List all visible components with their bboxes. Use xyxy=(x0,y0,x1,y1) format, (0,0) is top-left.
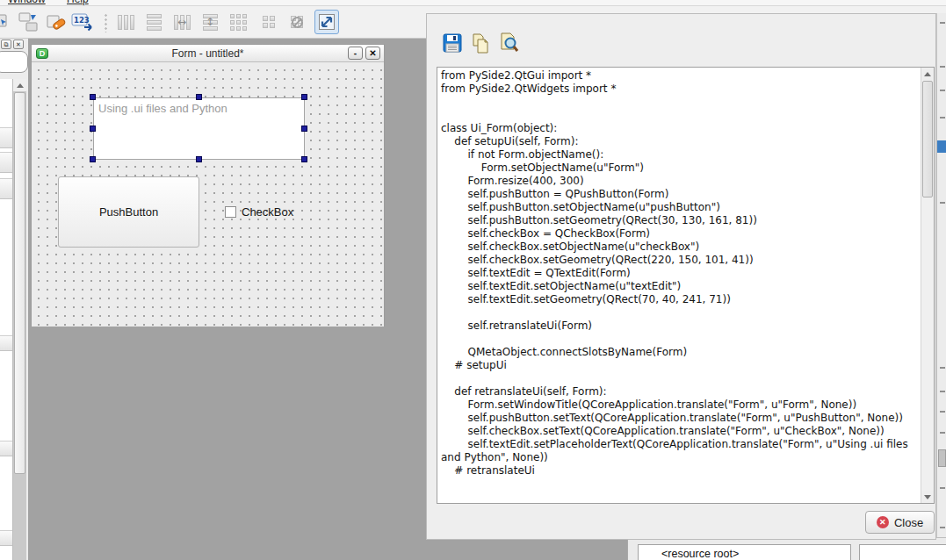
code-line: self.checkBox.setGeometry(QRect(220, 150… xyxy=(441,254,918,267)
selection-handle-se[interactable] xyxy=(301,156,307,162)
resource-tree[interactable]: <resource root> xyxy=(638,544,851,560)
edit-widgets-icon xyxy=(0,12,10,32)
edit-signals-slots-icon xyxy=(18,12,38,32)
widget-box-item[interactable] xyxy=(0,335,12,351)
selection-handle-e[interactable] xyxy=(301,126,307,132)
widget-box-item[interactable] xyxy=(0,441,12,456)
layout-form-icon xyxy=(263,16,275,28)
code-line: self.textEdit = QTextEdit(Form) xyxy=(441,267,918,280)
code-line: QMetaObject.connectSlotsByName(Form) xyxy=(441,346,918,359)
scrollbar-thumb[interactable] xyxy=(922,81,933,197)
right-panel-sliver xyxy=(936,13,946,537)
edit-buddies-button[interactable] xyxy=(44,10,69,34)
widget-box-item[interactable] xyxy=(0,530,12,546)
scroll-up-icon[interactable] xyxy=(13,79,26,91)
dock-close-button[interactable]: ✕ xyxy=(13,39,24,49)
minimize-button[interactable]: - xyxy=(348,47,363,60)
menu-help[interactable]: Help xyxy=(67,0,89,5)
find-button[interactable] xyxy=(498,33,521,56)
code-line: if not Form.objectName(): xyxy=(441,148,918,162)
code-line: self.checkBox.setObjectName(u"checkBox") xyxy=(441,241,918,254)
widget-box-item[interactable] xyxy=(0,127,12,148)
code-line: self.textEdit.setGeometry(QRect(70, 40, … xyxy=(441,293,918,306)
widget-box-search-input[interactable] xyxy=(0,51,28,73)
code-line xyxy=(441,333,918,346)
checkbox-widget[interactable]: CheckBox xyxy=(225,194,314,230)
break-layout-icon xyxy=(291,16,303,28)
code-view[interactable]: from PySide2.QtGui import *from PySide2.… xyxy=(437,67,935,504)
copy-button[interactable] xyxy=(470,33,493,56)
layout-grid-button[interactable] xyxy=(226,10,250,34)
selection-handle-n[interactable] xyxy=(196,94,202,100)
layout-grid-icon xyxy=(230,14,247,31)
layout-vertical-button[interactable] xyxy=(141,10,166,34)
form-window-titlebar[interactable]: D Form - untitled* - ✕ xyxy=(32,45,384,62)
layout-vertical-icon xyxy=(147,14,162,31)
textedit-placeholder: Using .ui files and Python xyxy=(98,102,227,115)
code-line xyxy=(441,306,918,319)
code-line: self.pushButton.setGeometry(QRect(30, 13… xyxy=(441,214,918,227)
code-line: self.pushButton.setText(QCoreApplication… xyxy=(441,412,918,425)
checkbox-box-icon[interactable] xyxy=(225,206,236,218)
edit-signals-slots-button[interactable] xyxy=(16,10,40,34)
selection-handle-w[interactable] xyxy=(90,126,96,132)
break-layout-button[interactable] xyxy=(285,10,309,34)
edit-tab-order-button[interactable]: 123 xyxy=(70,10,95,34)
code-line: self.textEdit.setObjectName(u"textEdit") xyxy=(441,280,918,293)
close-window-button[interactable]: ✕ xyxy=(365,47,380,60)
close-button-icon: ✕ xyxy=(877,516,889,528)
adjust-size-button[interactable] xyxy=(314,10,339,34)
resource-browser-dock: <resource root> xyxy=(627,537,946,560)
pushbutton-widget[interactable]: PushButton xyxy=(58,176,199,248)
scrollbar-thumb[interactable] xyxy=(14,92,25,474)
scrollbar-fragment[interactable] xyxy=(938,449,946,467)
form-window-title: Form - untitled* xyxy=(32,47,384,60)
form-canvas[interactable]: Using .ui files and Python PushButton Ch… xyxy=(32,62,384,327)
textedit-widget[interactable]: Using .ui files and Python xyxy=(93,97,305,160)
layout-form-button[interactable] xyxy=(256,10,281,34)
designer-form-window: D Form - untitled* - ✕ Using .ui files a… xyxy=(31,44,385,327)
copy-icon xyxy=(471,33,492,57)
code-line: Form.resize(400, 300) xyxy=(441,175,918,188)
code-line xyxy=(441,96,918,109)
close-button[interactable]: ✕ Close xyxy=(865,511,935,534)
selection-handle-sw[interactable] xyxy=(90,156,96,162)
code-line: def retranslateUi(self, Form): xyxy=(441,385,918,398)
layout-splitter-horizontal-button[interactable]: ↔ xyxy=(170,10,194,34)
selected-row-fragment[interactable] xyxy=(937,140,946,153)
save-icon xyxy=(443,33,462,56)
code-line: self.pushButton.setObjectName(u"pushButt… xyxy=(441,201,918,214)
menu-window[interactable]: Window xyxy=(8,0,46,5)
widget-box-item[interactable] xyxy=(0,178,12,199)
resource-root-item[interactable]: <resource root> xyxy=(661,548,739,560)
layout-horizontal-button[interactable] xyxy=(113,10,138,34)
code-line: def setupUi(self, Form): xyxy=(441,135,918,148)
svg-text:123: 123 xyxy=(74,16,90,25)
layout-splitter-horizontal-icon: ↔ xyxy=(174,15,191,30)
toolbar-separator xyxy=(105,13,107,32)
find-icon xyxy=(499,32,520,57)
code-line: self.retranslateUi(Form) xyxy=(441,319,918,333)
code-line: and Python", None)) xyxy=(441,451,918,464)
checkbox-label: CheckBox xyxy=(242,205,293,219)
widget-box-dock: ⧉ ✕ xyxy=(0,39,28,560)
code-line: self.textEdit.setPlaceholderText(QCoreAp… xyxy=(441,438,918,451)
widget-box-item[interactable] xyxy=(0,152,12,173)
selection-handle-ne[interactable] xyxy=(301,94,307,100)
widget-box-scrollbar[interactable] xyxy=(12,79,26,560)
widget-box-list xyxy=(0,79,12,560)
code-line: # setupUi xyxy=(441,359,918,372)
save-button[interactable] xyxy=(441,33,464,56)
adjust-size-icon xyxy=(318,13,336,31)
code-preview-dialog: from PySide2.QtGui import *from PySide2.… xyxy=(426,13,936,540)
selection-handle-nw[interactable] xyxy=(90,94,96,100)
dock-float-button[interactable]: ⧉ xyxy=(1,39,11,49)
selection-handle-s[interactable] xyxy=(196,156,202,162)
code-line: class Ui_Form(object): xyxy=(441,122,918,135)
layout-splitter-vertical-button[interactable]: ↕ xyxy=(198,10,222,34)
scroll-down-icon[interactable] xyxy=(921,491,934,503)
resource-detail-pane[interactable] xyxy=(859,544,946,560)
edit-widgets-button[interactable] xyxy=(0,10,12,34)
scroll-up-icon[interactable] xyxy=(921,68,934,80)
code-vertical-scrollbar[interactable] xyxy=(921,68,934,503)
